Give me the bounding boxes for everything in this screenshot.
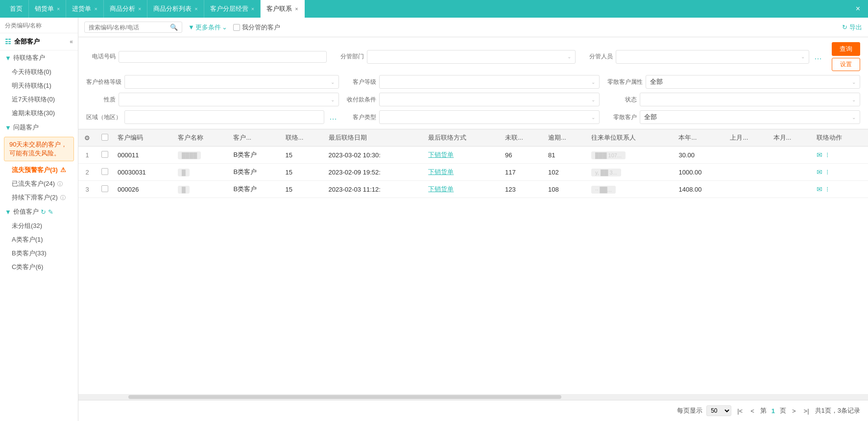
phone-input[interactable] <box>119 51 327 63</box>
cell-contact-1: 15 <box>282 147 325 164</box>
manager-more-btn[interactable]: … <box>812 52 824 61</box>
contact-action-icon-3[interactable]: ✉ <box>817 185 822 193</box>
gender-select[interactable]: ⌄ <box>119 93 339 106</box>
tab-customer-tier[interactable]: 客户分层经营 × <box>204 0 261 18</box>
cell-num-3: 3 <box>78 181 96 198</box>
settings-button[interactable]: 设置 <box>832 58 860 71</box>
grid-icon: ☷ <box>5 38 11 46</box>
pag-btn-prev[interactable]: < <box>748 406 756 416</box>
sidebar-item-class-c[interactable]: C类客户(6) <box>0 260 78 274</box>
payment-select[interactable]: ⌄ <box>379 93 600 106</box>
query-button[interactable]: 查询 <box>832 42 860 56</box>
close-tab-customer-contact[interactable]: × <box>295 6 298 12</box>
close-tab-purchase[interactable]: × <box>94 6 97 12</box>
sidebar-item-churn-warning[interactable]: 流失预警客户(3) ⚠ <box>0 163 78 177</box>
tab-purchase[interactable]: 进货单 × <box>66 0 103 18</box>
more-conditions-btn[interactable]: ▼ 更多条件 ⌄ <box>188 23 227 32</box>
customer-type-select[interactable]: ⌄ <box>379 110 600 124</box>
contact-action-icon-1[interactable]: ✉ <box>817 151 822 159</box>
th-check[interactable] <box>96 129 114 147</box>
refresh-icon[interactable]: ↻ <box>41 208 46 216</box>
sidebar-item-7days[interactable]: 近7天待联络(0) <box>0 93 78 106</box>
sidebar-item-class-a[interactable]: A类客户(1) <box>0 233 78 247</box>
table-row: 2 00030031 █ B类客户 15 2023-02-09 19:52: 下… <box>78 164 868 181</box>
tab-sales[interactable]: 销货单 × <box>29 0 66 18</box>
tab-home[interactable]: 首页 <box>4 0 29 18</box>
zero-attr-select[interactable]: 全部 ⌄ <box>646 75 860 89</box>
sidebar-item-tomorrow[interactable]: 明天待联络(1) <box>0 79 78 93</box>
more-action-icon-2[interactable]: ⁝ <box>826 168 828 176</box>
my-customers-checkbox[interactable] <box>233 24 240 31</box>
sidebar-group-pending[interactable]: ▼ 待联络客户 <box>0 50 78 65</box>
chevron-down-icon: ⌄ <box>222 24 227 31</box>
sidebar-search-wrap: 🔍 <box>0 18 78 33</box>
region-select[interactable] <box>124 110 324 124</box>
tab-customer-contact[interactable]: 客户联系 × <box>261 0 304 18</box>
sidebar-group-problem[interactable]: ▼ 问题客户 <box>0 120 78 135</box>
close-tab-sales[interactable]: × <box>57 6 60 12</box>
cell-this-year-2: 1000.00 <box>675 164 726 181</box>
sidebar-item-churned[interactable]: 已流失客户(24) ⓘ <box>0 177 78 191</box>
h-scrollbar[interactable] <box>78 394 868 400</box>
cell-last-date-3: 2023-02-03 11:12: <box>325 181 425 198</box>
field-status: 状态 ⌄ <box>607 93 860 106</box>
h-scrollbar-thumb[interactable] <box>128 395 561 399</box>
select-all-checkbox[interactable] <box>101 134 108 141</box>
pag-btn-first[interactable]: |< <box>735 406 745 416</box>
my-customers-checkbox-wrap[interactable]: 我分管的客户 <box>233 23 280 32</box>
customer-level-select[interactable]: ⌄ <box>379 75 600 89</box>
field-dept: 分管部门 ⌄ <box>335 50 575 64</box>
cell-last-method-2[interactable]: 下销货单 <box>424 164 501 181</box>
tab-analysis[interactable]: 商品分析 × <box>104 0 147 18</box>
status-chevron: ⌄ <box>852 97 856 102</box>
close-tab-analysis[interactable]: × <box>138 6 141 12</box>
th-last-contact-date: 最后联络日期 <box>325 129 425 147</box>
manager-select[interactable]: ⌄ <box>616 50 809 64</box>
cell-check-3[interactable] <box>96 181 114 198</box>
table-container: ⚙ 客户编码 客户名称 客户... <box>78 129 868 394</box>
more-action-icon-1[interactable]: ⁝ <box>826 151 828 159</box>
cell-check-1[interactable] <box>96 147 114 164</box>
pag-btn-next[interactable]: > <box>790 406 798 416</box>
sidebar-search-input[interactable] <box>5 22 78 29</box>
group-arrow-1: ▼ <box>5 54 11 62</box>
more-action-icon-3[interactable]: ⁝ <box>826 185 828 193</box>
row-checkbox-3[interactable] <box>101 185 108 192</box>
cell-last-method-1[interactable]: 下销货单 <box>424 147 501 164</box>
contact-action-icon-2[interactable]: ✉ <box>817 168 822 176</box>
cell-last-method-3[interactable]: 下销货单 <box>424 181 501 198</box>
sidebar-item-ungrouped[interactable]: 未分组(32) <box>0 219 78 233</box>
dept-select[interactable]: ⌄ <box>367 50 575 64</box>
tab-analysis-list[interactable]: 商品分析列表 × <box>147 0 204 18</box>
close-tab-customer-tier[interactable]: × <box>251 6 254 12</box>
sidebar-item-overdue-contact[interactable]: 逾期未联络(30) <box>0 106 78 120</box>
per-page-select[interactable]: 50 20 100 <box>706 405 731 416</box>
field-gender: 性质 ⌄ <box>86 93 339 106</box>
pag-btn-last[interactable]: >| <box>802 406 811 416</box>
th-settings[interactable]: ⚙ <box>78 129 96 147</box>
sidebar-group-value[interactable]: ▼ 价值客户 ↻ ✎ <box>0 204 78 219</box>
cell-contact-2: 15 <box>282 164 325 181</box>
row-checkbox-1[interactable] <box>101 151 108 158</box>
sidebar-item-class-b[interactable]: B类客户(33) <box>0 247 78 260</box>
manager-chevron: ⌄ <box>801 54 805 59</box>
region-more-btn[interactable]: … <box>327 113 339 122</box>
sidebar-item-declining[interactable]: 持续下滑客户(2) ⓘ <box>0 191 78 204</box>
close-tab-analysis-list[interactable]: × <box>194 6 197 12</box>
window-close-button[interactable]: × <box>852 4 864 13</box>
main-search-input[interactable] <box>89 24 170 31</box>
export-button[interactable]: ↻ 导出 <box>842 23 862 32</box>
customer-table: ⚙ 客户编码 客户名称 客户... <box>78 129 868 198</box>
sidebar-all-customers[interactable]: ☷ 全部客户 « <box>0 33 78 50</box>
th-last-contact-method: 最后联络方式 <box>424 129 501 147</box>
main-search-icon[interactable]: 🔍 <box>170 24 178 31</box>
zero-customer-select[interactable]: 全部 ⌄ <box>640 110 860 124</box>
status-select[interactable]: ⌄ <box>640 93 860 106</box>
cell-check-2[interactable] <box>96 164 114 181</box>
cell-this-month-1 <box>770 147 813 164</box>
th-last-month: 上月... <box>726 129 769 147</box>
edit-icon[interactable]: ✎ <box>48 208 53 216</box>
row-checkbox-2[interactable] <box>101 168 108 175</box>
sidebar-item-today[interactable]: 今天待联络(0) <box>0 65 78 79</box>
price-level-select[interactable]: ⌄ <box>124 75 339 89</box>
